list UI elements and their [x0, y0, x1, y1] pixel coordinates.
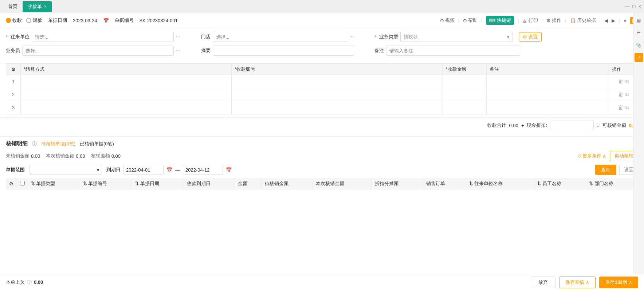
- copy-row-1-icon[interactable]: ⧉: [625, 78, 629, 85]
- staff-more-icon[interactable]: ···: [176, 48, 181, 54]
- side-icon-1[interactable]: ▦: [635, 16, 643, 25]
- video-icon: ⊙: [440, 18, 444, 23]
- footer-label: 本单上欠: [6, 279, 25, 286]
- nav-next-icon[interactable]: ▶: [612, 18, 615, 23]
- table-settings-icon[interactable]: ⚙: [11, 67, 16, 72]
- store-more-icon[interactable]: ···: [349, 34, 354, 40]
- query-btn[interactable]: 查询: [595, 165, 616, 175]
- side-icon-4[interactable]: ↗: [635, 53, 643, 62]
- tab-active-label: 收款单: [28, 3, 42, 10]
- save-new-chevron: ∧: [629, 279, 632, 285]
- col-counterparty-header: ⇅ 往来单位名称: [466, 178, 534, 189]
- amount-cell-1[interactable]: [443, 75, 486, 88]
- date-from-input[interactable]: [123, 165, 164, 175]
- collection-total-label: 收款合计: [487, 122, 506, 129]
- settings-button[interactable]: ⚙ 设置: [519, 32, 542, 42]
- store-label: 门店: [201, 34, 211, 40]
- help-btn[interactable]: ⊙ 帮助: [463, 17, 478, 24]
- tab-close-icon[interactable]: ×: [44, 4, 47, 9]
- table-row: 1 🗑 ⧉: [6, 75, 638, 88]
- form-row-2: 业务员 ··· 摘要 备注: [6, 46, 638, 56]
- account-cell-3[interactable]: [232, 101, 443, 114]
- collection-total-value: 0.00: [509, 123, 518, 128]
- radio-refund[interactable]: 退款: [26, 17, 42, 24]
- note-input[interactable]: [386, 46, 520, 56]
- save-new-btn[interactable]: 保存&新增 ∧: [599, 277, 638, 288]
- more-filter-label: 更多条件: [582, 153, 601, 159]
- side-icon-3[interactable]: 📎: [635, 41, 643, 50]
- window-minimize[interactable]: —: [625, 4, 630, 9]
- radio-payment-circle: [6, 18, 11, 23]
- delete-row-1-icon[interactable]: 🗑: [618, 78, 623, 85]
- col-type-header: ⇅ 单据类型: [28, 178, 80, 189]
- store-input[interactable]: [213, 32, 347, 42]
- video-btn[interactable]: ⊙ 视频: [440, 17, 455, 24]
- summary-input[interactable]: [213, 46, 354, 56]
- tab-home[interactable]: 首页: [3, 1, 23, 12]
- quickkey-btn[interactable]: ⌨ 快捷键: [486, 16, 514, 25]
- window-close[interactable]: ×: [638, 4, 641, 9]
- check-col-header: ⚙: [6, 178, 17, 189]
- side-panel: ▦ ☰ 📎 ↗: [633, 13, 644, 290]
- footer-info-icon[interactable]: ⓘ: [27, 279, 32, 286]
- account-cell-2[interactable]: [232, 88, 443, 101]
- pending-tab[interactable]: 待核销单据(0笔): [41, 141, 75, 147]
- side-icon-2[interactable]: ☰: [635, 28, 643, 37]
- copy-row-2-icon[interactable]: ⧉: [625, 91, 629, 98]
- writeoff-title: 核销明细: [6, 140, 28, 147]
- history-btn[interactable]: 📋 历史单据: [570, 17, 596, 24]
- print-btn[interactable]: 🖨 打印: [523, 17, 538, 24]
- bottom-table-container: ⚙ ⇅ 单据类型 ⇅ 单据编号: [6, 178, 638, 189]
- settlement-cell-3[interactable]: [21, 101, 232, 114]
- view-list-icon[interactable]: ≡: [624, 18, 627, 23]
- nav-prev-icon[interactable]: ◀: [604, 18, 608, 23]
- radio-payment[interactable]: 收款: [6, 17, 22, 24]
- counterparty-field: * 往来单位 ···: [6, 32, 181, 42]
- calendar-from-icon[interactable]: 📅: [166, 167, 172, 173]
- col-note-header: 备注: [486, 64, 609, 75]
- chevron-up-icon: ∧: [602, 153, 606, 159]
- note-cell-1[interactable]: [486, 75, 609, 88]
- settlement-cell-2[interactable]: [21, 88, 232, 101]
- table-row: 2 🗑 ⧉: [6, 88, 638, 101]
- date-range-picker: 到期日 📅 — 📅: [106, 165, 232, 175]
- diff-label: 核销差额: [91, 153, 110, 159]
- counterparty-input[interactable]: [32, 32, 174, 42]
- calendar-to-icon[interactable]: 📅: [226, 167, 232, 173]
- table-gear-icon[interactable]: ⚙: [9, 181, 13, 187]
- diff-value: 0.00: [111, 153, 121, 159]
- select-all-checkbox[interactable]: [20, 181, 25, 185]
- settlement-cell-1[interactable]: [21, 75, 232, 88]
- amount-cell-2[interactable]: [443, 88, 486, 101]
- delete-row-2-icon[interactable]: 🗑: [618, 91, 623, 98]
- more-filter-btn[interactable]: ▽ 更多条件 ∧: [578, 153, 606, 159]
- abandon-btn[interactable]: 放弃: [531, 277, 555, 288]
- equals-sign: =: [597, 123, 600, 128]
- verified-tab[interactable]: 已核销单据(0笔): [80, 141, 114, 147]
- counterparty-more-icon[interactable]: ···: [176, 34, 181, 40]
- delete-row-3-icon[interactable]: 🗑: [618, 105, 623, 111]
- row-num-1: 1: [6, 75, 21, 88]
- action-btn[interactable]: ⚙ 操作: [546, 17, 561, 24]
- tab-active[interactable]: 收款单 ×: [23, 1, 52, 12]
- calendar-icon[interactable]: 📅: [103, 18, 109, 23]
- writeoff-info-icon[interactable]: ⓘ: [32, 141, 37, 147]
- diff-amount-item: 核销差额 0.00: [91, 153, 121, 159]
- amount-cell-3[interactable]: [443, 101, 486, 114]
- date-to-input[interactable]: [183, 165, 223, 175]
- note-cell-2[interactable]: [486, 88, 609, 101]
- copy-row-3-icon[interactable]: ⧉: [625, 105, 629, 111]
- toolbar-right: ⊙ 视频 | ⊙ 帮助 | ⌨ 快捷键 | 🖨 打印 | ⚙ 操作: [440, 16, 638, 25]
- staff-input[interactable]: [22, 46, 174, 56]
- note-cell-3[interactable]: [486, 101, 609, 114]
- window-maximize[interactable]: □: [633, 4, 636, 9]
- history-icon: 📋: [570, 18, 576, 23]
- settings-col-header[interactable]: ⚙: [6, 64, 21, 75]
- print-label: 打印: [529, 17, 538, 24]
- biz-type-select[interactable]: 预收款 ▾: [400, 32, 513, 42]
- account-cell-1[interactable]: [232, 75, 443, 88]
- discount-input[interactable]: [550, 121, 594, 130]
- range-select[interactable]: ▾: [29, 165, 102, 175]
- action-label: 操作: [552, 17, 561, 24]
- save-draft-btn[interactable]: 保存草稿 ∧: [559, 277, 596, 288]
